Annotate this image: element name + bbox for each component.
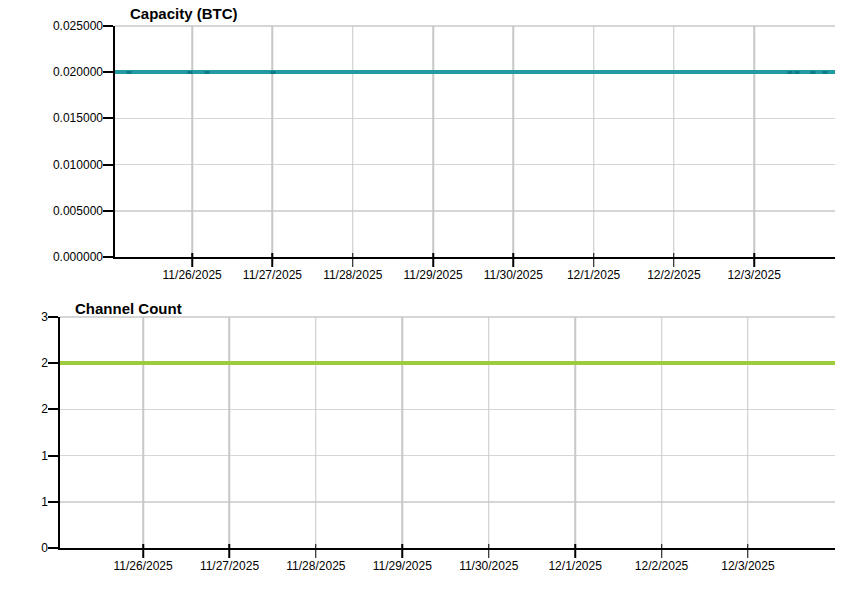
x-axis-tick xyxy=(574,544,576,558)
x-axis-tick xyxy=(753,253,755,267)
x-tick-label: 12/1/2025 xyxy=(567,268,620,283)
x-axis-tick xyxy=(315,544,317,558)
x-tick-label: 12/3/2025 xyxy=(721,559,774,574)
capacity-chart-title: Capacity (BTC) xyxy=(130,5,238,22)
h-gridline xyxy=(115,118,835,120)
y-axis-tick xyxy=(48,408,58,410)
v-gridline xyxy=(142,317,144,548)
capacity-chart: Capacity (BTC) 0.0250000.0200000.0150000… xyxy=(0,0,860,300)
x-tick-label: 12/3/2025 xyxy=(727,268,780,283)
y-axis-tick xyxy=(103,117,113,119)
y-axis-tick xyxy=(103,164,113,166)
x-axis-tick xyxy=(402,544,404,558)
data-point-marker xyxy=(270,71,275,74)
h-gridline xyxy=(115,164,835,166)
x-tick-label: 11/29/2025 xyxy=(373,559,432,574)
v-gridline xyxy=(747,317,749,548)
y-tick-label: 1 xyxy=(0,494,48,510)
y-axis-tick xyxy=(103,71,113,73)
y-axis-tick xyxy=(48,501,58,503)
v-gridline xyxy=(315,317,317,548)
v-gridline xyxy=(661,317,663,548)
y-axis-tick xyxy=(48,455,58,457)
x-axis-tick xyxy=(513,253,515,267)
x-axis-tick xyxy=(432,253,434,267)
capacity-plot-area: 0.0250000.0200000.0150000.0100000.005000… xyxy=(113,26,835,259)
x-tick-label: 12/2/2025 xyxy=(647,268,700,283)
y-tick-label: 2 xyxy=(0,401,48,417)
x-axis-tick xyxy=(142,544,144,558)
x-tick-label: 11/28/2025 xyxy=(286,559,345,574)
x-axis-tick xyxy=(673,253,675,267)
x-axis-tick xyxy=(661,544,663,558)
y-tick-label: 3 xyxy=(0,309,48,325)
v-gridline xyxy=(593,26,595,257)
channel-count-chart-title: Channel Count xyxy=(75,300,182,317)
x-tick-label: 11/28/2025 xyxy=(323,268,382,283)
y-axis-tick xyxy=(103,210,113,212)
x-tick-label: 12/2/2025 xyxy=(635,559,688,574)
v-gridline xyxy=(673,26,675,257)
data-point-marker xyxy=(822,71,827,74)
x-tick-label: 11/30/2025 xyxy=(484,268,543,283)
v-gridline xyxy=(513,26,515,257)
y-axis-tick xyxy=(48,362,58,364)
y-tick-label: 0.020000 xyxy=(29,64,103,80)
x-axis-tick xyxy=(191,253,193,267)
y-tick-label: 0.025000 xyxy=(29,18,103,34)
h-gridline xyxy=(60,409,835,411)
v-gridline xyxy=(488,317,490,548)
data-point-marker xyxy=(794,71,799,74)
h-gridline xyxy=(60,455,835,457)
y-tick-label: 0 xyxy=(0,540,48,556)
x-tick-label: 11/30/2025 xyxy=(459,559,518,574)
x-tick-label: 11/27/2025 xyxy=(200,559,259,574)
channel-count-chart: Channel Count 32211011/26/202511/27/2025… xyxy=(0,300,860,600)
x-tick-label: 12/1/2025 xyxy=(548,559,601,574)
x-tick-label: 11/29/2025 xyxy=(403,268,462,283)
v-gridline xyxy=(574,317,576,548)
v-gridline xyxy=(402,317,404,548)
v-gridline xyxy=(229,317,231,548)
h-gridline xyxy=(60,501,835,503)
x-axis-tick xyxy=(593,253,595,267)
h-gridline xyxy=(60,316,835,318)
v-gridline xyxy=(432,26,434,257)
x-axis-tick xyxy=(352,253,354,267)
data-point-marker xyxy=(205,71,210,74)
series-line xyxy=(60,361,835,365)
y-axis-tick xyxy=(48,547,58,549)
x-axis-tick xyxy=(272,253,274,267)
data-point-marker xyxy=(126,71,131,74)
x-axis-tick xyxy=(747,544,749,558)
x-axis-tick xyxy=(229,544,231,558)
y-tick-label: 1 xyxy=(0,448,48,464)
data-point-marker xyxy=(788,71,793,74)
h-gridline xyxy=(115,210,835,212)
v-gridline xyxy=(191,26,193,257)
channel-count-plot-area: 32211011/26/202511/27/202511/28/202511/2… xyxy=(58,317,835,550)
x-tick-label: 11/26/2025 xyxy=(113,559,172,574)
v-gridline xyxy=(753,26,755,257)
y-axis-tick xyxy=(48,316,58,318)
y-axis-tick xyxy=(103,256,113,258)
y-tick-label: 0.010000 xyxy=(29,157,103,173)
y-tick-label: 0.015000 xyxy=(29,110,103,126)
y-tick-label: 0.005000 xyxy=(29,203,103,219)
y-tick-label: 0.000000 xyxy=(29,249,103,265)
series-line xyxy=(115,70,835,74)
data-point-marker xyxy=(810,71,815,74)
x-axis-tick xyxy=(488,544,490,558)
y-tick-label: 2 xyxy=(0,355,48,371)
h-gridline xyxy=(115,25,835,27)
v-gridline xyxy=(352,26,354,257)
x-tick-label: 11/26/2025 xyxy=(163,268,222,283)
v-gridline xyxy=(272,26,274,257)
x-tick-label: 11/27/2025 xyxy=(243,268,302,283)
y-axis-tick xyxy=(103,25,113,27)
data-point-marker xyxy=(187,71,192,74)
